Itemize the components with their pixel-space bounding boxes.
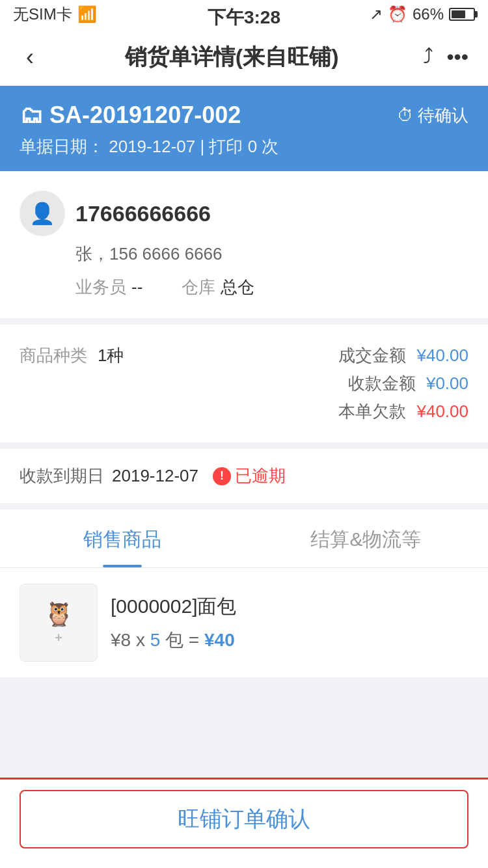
price-separator: x — [136, 630, 150, 650]
back-button[interactable]: ‹ — [20, 37, 40, 77]
page-title: 销货单详情(来自旺铺) — [125, 42, 339, 72]
warehouse-label: 仓库 — [182, 276, 215, 299]
due-date-card: 收款到期日 2019-12-07 ! 已逾期 — [0, 449, 488, 503]
balance-label: 本单欠款 — [338, 400, 406, 423]
plus-text: + — [55, 631, 62, 645]
battery-percent: 66% — [413, 5, 444, 23]
overdue-warning-icon: ! — [213, 467, 231, 485]
status-badge: ⏱ 待确认 — [397, 104, 468, 127]
avatar: 👤 — [20, 191, 65, 236]
customer-phone: 17666666666 — [75, 201, 211, 226]
transaction-row: 成交金额 ¥40.00 — [338, 344, 468, 367]
print-text: | 打印 0 次 — [200, 137, 278, 156]
tabs-container: 销售商品 结算&物流等 — [0, 509, 488, 568]
more-button[interactable]: ••• — [446, 45, 468, 69]
quantity-value: 5 — [150, 630, 161, 650]
confirm-order-button[interactable]: 旺铺订单确认 — [20, 790, 468, 848]
summary-right: 成交金额 ¥40.00 收款金额 ¥0.00 本单欠款 ¥40.00 — [338, 344, 468, 423]
wifi-icon: 📶 — [77, 5, 97, 23]
date-value: 2019-12-07 — [109, 137, 195, 156]
battery-icon — [449, 8, 475, 21]
product-type-value: 1种 — [98, 344, 124, 367]
status-right: ↗ ⏰ 66% — [370, 5, 475, 23]
overdue-text: 已逾期 — [235, 465, 286, 487]
order-id-text: SA-20191207-002 — [49, 102, 241, 129]
customer-row: 👤 17666666666 — [20, 191, 468, 236]
location-icon: ↗ — [370, 5, 383, 23]
alarm-icon: ⏰ — [388, 5, 407, 23]
transaction-label: 成交金额 — [338, 344, 406, 367]
product-type-row: 商品种类 1种 — [20, 344, 124, 367]
salesperson-value: -- — [131, 277, 142, 297]
nav-bar: ‹ 销货单详情(来自旺铺) ⤴ ••• — [0, 29, 488, 86]
order-icon: 🗂 — [20, 102, 43, 129]
customer-meta: 业务员 -- 仓库 总仓 — [20, 276, 468, 299]
payment-row: 收款金额 ¥0.00 — [348, 372, 468, 395]
equals-sign: = — [189, 630, 204, 650]
warehouse-item: 仓库 总仓 — [182, 276, 254, 299]
price-value: ¥8 — [111, 630, 131, 650]
status-time: 下午3:28 — [208, 5, 280, 30]
product-details: [0000002]面包 ¥8 x 5 包 = ¥40 — [111, 593, 468, 653]
nav-actions: ⤴ ••• — [423, 45, 468, 69]
status-text: 待确认 — [418, 104, 468, 127]
avatar-icon: 👤 — [29, 201, 55, 226]
customer-card: 👤 17666666666 张，156 6666 6666 业务员 -- 仓库 … — [0, 171, 488, 318]
unit-value: 包 — [165, 630, 183, 650]
summary-card: 商品种类 1种 成交金额 ¥40.00 收款金额 ¥0.00 本单欠款 ¥40.… — [0, 325, 488, 442]
order-id-row: 🗂 SA-20191207-002 — [20, 102, 241, 129]
tab-sales-products[interactable]: 销售商品 — [0, 509, 244, 567]
payment-label: 收款金额 — [348, 372, 416, 395]
product-thumbnail: 🦉 + — [20, 584, 98, 662]
date-label: 单据日期： — [20, 137, 104, 156]
order-header: 🗂 SA-20191207-002 ⏱ 待确认 单据日期： 2019-12-07… — [0, 86, 488, 171]
status-clock-icon: ⏱ — [397, 105, 414, 126]
product-name: [0000002]面包 — [111, 593, 468, 620]
due-date-value: 2019-12-07 — [112, 466, 198, 486]
carrier-text: 无SIM卡 — [13, 4, 72, 25]
owl-icon: 🦉 — [44, 601, 74, 628]
overdue-badge: ! 已逾期 — [213, 465, 286, 487]
balance-value: ¥40.00 — [416, 401, 468, 422]
order-date-row: 单据日期： 2019-12-07 | 打印 0 次 — [20, 135, 468, 158]
product-price-row: ¥8 x 5 包 = ¥40 — [111, 628, 468, 653]
product-logo: 🦉 + — [44, 601, 74, 645]
share-button[interactable]: ⤴ — [423, 45, 433, 69]
product-item: 🦉 + [0000002]面包 ¥8 x 5 包 = ¥40 — [0, 568, 488, 677]
bottom-bar: 旺铺订单确认 — [0, 778, 488, 868]
product-type-label: 商品种类 — [20, 344, 87, 367]
tabs: 销售商品 结算&物流等 — [0, 509, 488, 568]
customer-name-detail: 张，156 6666 6666 — [20, 243, 468, 265]
status-left: 无SIM卡 📶 — [13, 4, 97, 25]
balance-row: 本单欠款 ¥40.00 — [338, 400, 468, 423]
status-bar: 无SIM卡 📶 下午3:28 ↗ ⏰ 66% — [0, 0, 488, 29]
payment-value: ¥0.00 — [426, 373, 468, 394]
due-date-label: 收款到期日 — [20, 465, 104, 487]
transaction-value: ¥40.00 — [416, 346, 468, 366]
total-value: ¥40 — [204, 630, 235, 650]
salesperson-item: 业务员 -- — [75, 276, 142, 299]
salesperson-label: 业务员 — [75, 276, 126, 299]
summary-left: 商品种类 1种 — [20, 344, 124, 367]
tab-settlement[interactable]: 结算&物流等 — [244, 509, 488, 567]
warehouse-value: 总仓 — [221, 276, 254, 299]
